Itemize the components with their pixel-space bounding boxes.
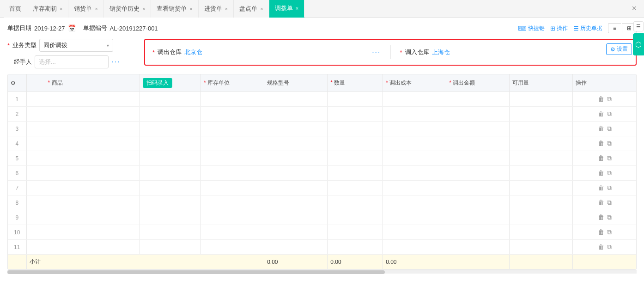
history-button[interactable]: ☰ 历史单据 bbox=[573, 24, 602, 32]
table-row: 6🗑⧉ bbox=[8, 166, 636, 181]
table-row-11: 11 🗑⧉ bbox=[8, 240, 636, 255]
transfer-out-field: * 调出仓库 北京仓 ··· bbox=[152, 48, 381, 56]
copy-row-icon[interactable]: ⧉ bbox=[607, 243, 612, 251]
tab-sales-order[interactable]: 销货单 × bbox=[68, 0, 103, 18]
required-star-in: * bbox=[400, 49, 402, 56]
sidebar-list-button[interactable]: ☰ bbox=[633, 21, 644, 31]
dropdown-arrow-icon: ▾ bbox=[107, 43, 109, 48]
data-table: ⚙ * 商品 扫码录入 * 库存单位 规格型号 bbox=[8, 74, 636, 269]
table-row: 9🗑⧉ bbox=[8, 210, 636, 225]
person-more-icon[interactable]: ··· bbox=[111, 58, 120, 66]
delete-row-icon[interactable]: 🗑 bbox=[598, 140, 604, 147]
tab-inventory-init[interactable]: 库存期初 × bbox=[27, 0, 68, 18]
shortcut-icon: ⌨ bbox=[518, 25, 527, 32]
delete-row-icon[interactable]: 🗑 bbox=[598, 110, 604, 118]
tab-close-sales-order[interactable]: × bbox=[95, 6, 97, 12]
table-row: 1🗑⧉ bbox=[8, 92, 636, 107]
scrollbar-thumb[interactable] bbox=[7, 270, 385, 274]
delete-row-icon[interactable]: 🗑 bbox=[598, 243, 604, 251]
subtotal-row: 小计 0.00 0.00 0.00 bbox=[8, 255, 636, 269]
tab-close-transfer-order[interactable]: × bbox=[296, 6, 298, 11]
table-header-row: ⚙ * 商品 扫码录入 * 库存单位 规格型号 bbox=[8, 74, 636, 92]
tab-view-sales[interactable]: 查看销货单 × bbox=[151, 0, 198, 18]
tab-home[interactable]: 首页 bbox=[4, 0, 27, 18]
person-field: 经手人 选择... ··· bbox=[7, 55, 137, 68]
scan-entry-button[interactable]: 扫码录入 bbox=[143, 78, 172, 88]
col-header-amount: * 调出金额 bbox=[446, 74, 510, 92]
copy-row-icon[interactable]: ⧉ bbox=[607, 214, 612, 221]
copy-row-icon[interactable]: ⧉ bbox=[607, 140, 612, 147]
table-body: 1🗑⧉ 2🗑⧉ 3🗑⧉ 4🗑⧉ 5🗑⧉ 6🗑⧉ 7🗑⧉ 8🗑⧉ 9🗑⧉ 10🗑⧉… bbox=[8, 92, 636, 269]
calendar-icon[interactable]: 📅 bbox=[68, 24, 76, 32]
business-type-field: * 业务类型 同价调拨 ▾ bbox=[7, 39, 137, 52]
copy-row-icon[interactable]: ⧉ bbox=[607, 228, 612, 236]
business-type-dropdown[interactable]: 同价调拨 ▾ bbox=[39, 39, 113, 52]
tab-sales-history[interactable]: 销货单历史 × bbox=[104, 0, 151, 18]
delete-row-icon[interactable]: 🗑 bbox=[598, 199, 604, 207]
data-table-container: ⚙ * 商品 扫码录入 * 库存单位 规格型号 bbox=[7, 74, 637, 270]
copy-row-icon[interactable]: ⧉ bbox=[607, 110, 612, 118]
col-header-cost: * 调出成本 bbox=[383, 74, 446, 92]
delete-row-icon[interactable]: 🗑 bbox=[598, 169, 604, 177]
copy-row-icon[interactable]: ⧉ bbox=[607, 154, 612, 162]
copy-row-icon[interactable]: ⧉ bbox=[607, 95, 612, 103]
table-row: 5🗑⧉ bbox=[8, 151, 636, 166]
horizontal-scrollbar[interactable] bbox=[7, 270, 637, 274]
sidebar-expand-button[interactable]: ⬡ bbox=[633, 33, 644, 55]
copy-row-icon[interactable]: ⧉ bbox=[607, 125, 612, 133]
delete-row-icon[interactable]: 🗑 bbox=[598, 228, 604, 236]
delete-row-icon[interactable]: 🗑 bbox=[598, 125, 604, 133]
delete-row-icon[interactable]: 🗑 bbox=[598, 95, 604, 103]
history-icon: ☰ bbox=[573, 25, 579, 32]
transfer-out-more-icon[interactable]: ··· bbox=[372, 48, 381, 56]
col-header-product: * 商品 bbox=[45, 74, 140, 92]
table-row: 8🗑⧉ bbox=[8, 195, 636, 210]
copy-row-icon[interactable]: ⧉ bbox=[607, 169, 612, 177]
tab-bar: 首页 库存期初 × 销货单 × 销货单历史 × 查看销货单 × 进货单 × 盘点… bbox=[0, 0, 644, 18]
date-field: 单据日期 2019-12-27 📅 bbox=[7, 24, 76, 32]
table-row: 4🗑⧉ bbox=[8, 136, 636, 151]
tab-close-purchase-order[interactable]: × bbox=[225, 6, 228, 12]
subtotal-cost: 0.00 bbox=[328, 255, 383, 269]
header-actions: ⌨ 快捷键 ⊞ 操作 ☰ 历史单据 ≡ ⊞ bbox=[518, 23, 637, 33]
gear-settings-button[interactable]: ⚙ 设置 bbox=[606, 43, 632, 55]
col-header-unit: * 库存单位 bbox=[201, 74, 264, 92]
form-section: * 业务类型 同价调拨 ▾ 经手人 选择... ··· * 调出仓库 北京仓 bbox=[7, 39, 637, 68]
header-row: 单据日期 2019-12-27 📅 单据编号 AL-20191227-001 ⌨… bbox=[7, 23, 637, 33]
operation-button[interactable]: ⊞ 操作 bbox=[550, 24, 568, 32]
right-sidebar: ☰ ⬡ bbox=[633, 18, 644, 59]
operation-icon: ⊞ bbox=[550, 25, 555, 32]
col-header-available: 可用量 bbox=[510, 74, 573, 92]
table-row: 2🗑⧉ bbox=[8, 107, 636, 122]
col-header-settings[interactable]: ⚙ bbox=[8, 74, 26, 92]
warehouse-separator bbox=[390, 45, 391, 59]
view-toggle-list[interactable]: ≡ bbox=[608, 23, 621, 33]
delete-row-icon[interactable]: 🗑 bbox=[598, 214, 604, 221]
doc-num-field: 单据编号 AL-20191227-001 bbox=[83, 24, 158, 32]
delete-row-icon[interactable]: 🗑 bbox=[598, 154, 604, 162]
window-close-button[interactable]: × bbox=[628, 4, 640, 13]
table-row: 7🗑⧉ bbox=[8, 181, 636, 195]
transfer-in-field: * 调入仓库 上海仓 ··· bbox=[400, 48, 629, 56]
delete-row-icon[interactable]: 🗑 bbox=[598, 184, 604, 192]
tab-close-view-sales[interactable]: × bbox=[189, 6, 192, 12]
copy-row-icon[interactable]: ⧉ bbox=[607, 184, 612, 192]
col-header-rownum bbox=[26, 74, 45, 92]
tab-close-sales-history[interactable]: × bbox=[142, 6, 145, 12]
col-header-scan: 扫码录入 bbox=[140, 74, 201, 92]
tab-stocktake[interactable]: 盘点单 × bbox=[234, 0, 269, 18]
subtotal-label: 小计 bbox=[26, 255, 264, 269]
form-left: * 业务类型 同价调拨 ▾ 经手人 选择... ··· bbox=[7, 39, 137, 68]
tab-transfer-order[interactable]: 调拨单 × bbox=[269, 0, 304, 18]
gear-col-icon: ⚙ bbox=[11, 80, 16, 86]
person-selector[interactable]: 选择... bbox=[35, 55, 109, 68]
tab-close-inventory-init[interactable]: × bbox=[60, 6, 62, 12]
col-header-qty: * 数量 bbox=[328, 74, 383, 92]
copy-row-icon[interactable]: ⧉ bbox=[607, 199, 612, 207]
tab-close-stocktake[interactable]: × bbox=[260, 6, 263, 12]
table-row: 3🗑⧉ bbox=[8, 122, 636, 136]
main-content: 单据日期 2019-12-27 📅 单据编号 AL-20191227-001 ⌨… bbox=[0, 18, 644, 279]
subtotal-amount: 0.00 bbox=[383, 255, 446, 269]
tab-purchase-order[interactable]: 进货单 × bbox=[199, 0, 234, 18]
shortcut-button[interactable]: ⌨ 快捷键 bbox=[518, 24, 545, 32]
